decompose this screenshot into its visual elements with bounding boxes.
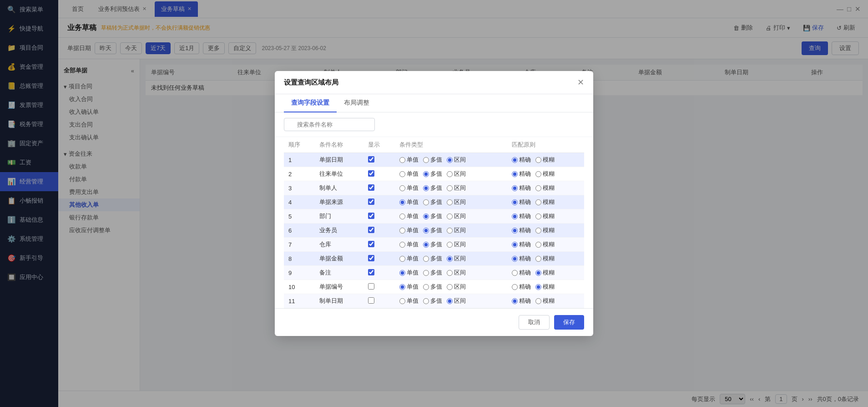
radio-exact[interactable]: 精确 xyxy=(512,254,531,263)
radio-single[interactable]: 单值 xyxy=(399,283,419,291)
radio-multi[interactable]: 多值 xyxy=(423,269,442,277)
radio-range[interactable]: 区间 xyxy=(447,212,466,220)
radio-multi[interactable]: 多值 xyxy=(423,283,442,291)
radio-single[interactable]: 单值 xyxy=(399,240,419,249)
radio-fuzzy[interactable]: 模糊 xyxy=(535,254,555,263)
radio-exact[interactable]: 精确 xyxy=(512,297,531,305)
radio-range[interactable]: 区间 xyxy=(447,254,466,263)
radio-fuzzy[interactable]: 模糊 xyxy=(535,269,555,277)
show-checkbox[interactable] xyxy=(368,297,374,304)
radio-exact[interactable]: 精确 xyxy=(512,283,531,291)
table-row: 6 业务员 单值 多值 区间 xyxy=(284,224,584,238)
radio-exact[interactable]: 精确 xyxy=(512,269,531,277)
radio-single[interactable]: 单值 xyxy=(399,156,419,164)
modal-body: 顺序 条件名称 显示 条件类型 匹配原则 1 单据日期 单值 xyxy=(275,137,593,308)
cell-match: 精确 模糊 xyxy=(507,224,584,238)
radio-single[interactable]: 单值 xyxy=(399,269,419,277)
radio-single[interactable]: 单值 xyxy=(399,212,419,220)
radio-exact[interactable]: 精确 xyxy=(512,198,531,206)
cell-show[interactable] xyxy=(363,280,394,294)
modal-close-button[interactable]: ✕ xyxy=(577,77,584,87)
show-checkbox[interactable] xyxy=(368,283,374,290)
th-condition-name: 条件名称 xyxy=(315,137,363,153)
radio-single[interactable]: 单值 xyxy=(399,170,419,178)
config-table: 顺序 条件名称 显示 条件类型 匹配原则 1 单据日期 单值 xyxy=(284,137,584,308)
radio-exact[interactable]: 精确 xyxy=(512,156,531,164)
cell-show[interactable] xyxy=(363,238,394,252)
radio-exact[interactable]: 精确 xyxy=(512,240,531,249)
cell-name: 单据编号 xyxy=(315,280,363,294)
cell-show[interactable] xyxy=(363,153,394,167)
show-checkbox[interactable] xyxy=(368,227,374,233)
cell-show[interactable] xyxy=(363,167,394,181)
cell-show[interactable] xyxy=(363,294,394,308)
radio-single[interactable]: 单值 xyxy=(399,184,419,192)
radio-multi[interactable]: 多值 xyxy=(423,198,442,206)
modal-search-input[interactable] xyxy=(284,118,375,131)
cell-show[interactable] xyxy=(363,266,394,280)
cell-name: 单据日期 xyxy=(315,153,363,167)
show-checkbox[interactable] xyxy=(368,170,374,177)
radio-multi[interactable]: 多值 xyxy=(423,184,442,192)
radio-range[interactable]: 区间 xyxy=(447,156,466,164)
radio-multi[interactable]: 多值 xyxy=(423,156,442,164)
cell-order: 5 xyxy=(284,209,315,224)
radio-fuzzy[interactable]: 模糊 xyxy=(535,198,555,206)
radio-range[interactable]: 区间 xyxy=(447,198,466,206)
radio-fuzzy[interactable]: 模糊 xyxy=(535,212,555,220)
radio-fuzzy[interactable]: 模糊 xyxy=(535,297,555,305)
show-checkbox[interactable] xyxy=(368,241,374,247)
radio-fuzzy[interactable]: 模糊 xyxy=(535,156,555,164)
cell-show[interactable] xyxy=(363,224,394,238)
cell-match: 精确 模糊 xyxy=(507,167,584,181)
modal-overlay[interactable]: 设置查询区域布局 ✕ 查询字段设置 布局调整 🔍 顺序 条件名称 显示 xyxy=(0,0,868,407)
cell-order: 8 xyxy=(284,252,315,266)
radio-range[interactable]: 区间 xyxy=(447,226,466,234)
cell-match: 精确 模糊 xyxy=(507,266,584,280)
cancel-button[interactable]: 取消 xyxy=(519,315,550,330)
radio-single[interactable]: 单值 xyxy=(399,254,419,263)
radio-multi[interactable]: 多值 xyxy=(423,212,442,220)
radio-single[interactable]: 单值 xyxy=(399,297,419,305)
th-order: 顺序 xyxy=(284,137,315,153)
radio-fuzzy[interactable]: 模糊 xyxy=(535,226,555,234)
show-checkbox[interactable] xyxy=(368,156,374,163)
radio-exact[interactable]: 精确 xyxy=(512,226,531,234)
radio-fuzzy[interactable]: 模糊 xyxy=(535,283,555,291)
cell-show[interactable] xyxy=(363,209,394,224)
radio-range[interactable]: 区间 xyxy=(447,240,466,249)
show-checkbox[interactable] xyxy=(368,213,374,219)
modal-tab-layout[interactable]: 布局调整 xyxy=(337,94,377,112)
radio-fuzzy[interactable]: 模糊 xyxy=(535,170,555,178)
cell-match: 精确 模糊 xyxy=(507,153,584,167)
radio-multi[interactable]: 多值 xyxy=(423,226,442,234)
cell-order: 4 xyxy=(284,195,315,209)
radio-multi[interactable]: 多值 xyxy=(423,254,442,263)
radio-range[interactable]: 区间 xyxy=(447,170,466,178)
cell-show[interactable] xyxy=(363,195,394,209)
cell-show[interactable] xyxy=(363,181,394,195)
show-checkbox[interactable] xyxy=(368,184,374,191)
radio-multi[interactable]: 多值 xyxy=(423,240,442,249)
radio-multi[interactable]: 多值 xyxy=(423,297,442,305)
radio-range[interactable]: 区间 xyxy=(447,297,466,305)
radio-exact[interactable]: 精确 xyxy=(512,212,531,220)
radio-range[interactable]: 区间 xyxy=(447,269,466,277)
radio-fuzzy[interactable]: 模糊 xyxy=(535,184,555,192)
radio-fuzzy[interactable]: 模糊 xyxy=(535,240,555,249)
radio-single[interactable]: 单值 xyxy=(399,198,419,206)
cell-show[interactable] xyxy=(363,252,394,266)
radio-range[interactable]: 区间 xyxy=(447,184,466,192)
modal-title: 设置查询区域布局 xyxy=(284,78,338,87)
radio-exact[interactable]: 精确 xyxy=(512,184,531,192)
show-checkbox[interactable] xyxy=(368,269,374,275)
radio-multi[interactable]: 多值 xyxy=(423,170,442,178)
radio-single[interactable]: 单值 xyxy=(399,226,419,234)
show-checkbox[interactable] xyxy=(368,198,374,205)
table-row: 9 备注 单值 多值 区间 xyxy=(284,266,584,280)
show-checkbox[interactable] xyxy=(368,255,374,261)
modal-tab-fields[interactable]: 查询字段设置 xyxy=(284,94,337,112)
radio-range[interactable]: 区间 xyxy=(447,283,466,291)
modal-save-button[interactable]: 保存 xyxy=(554,315,584,330)
radio-exact[interactable]: 精确 xyxy=(512,170,531,178)
